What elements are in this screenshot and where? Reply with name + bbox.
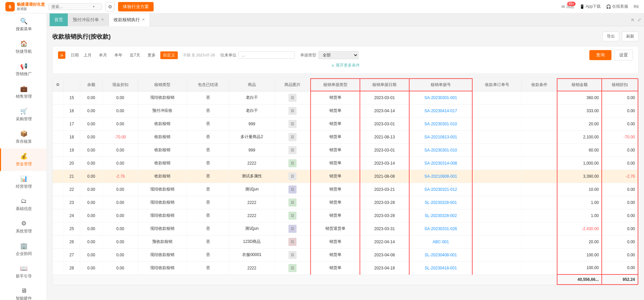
sidebar-item-hardware[interactable]: 🖥 智能硬件 (0, 283, 47, 300)
cell-receipt-no (472, 91, 521, 104)
cell-writeoff-discount: 0.00 (602, 91, 638, 104)
bill-no-link[interactable]: SL-20230328-002 (425, 213, 457, 218)
cell-writeoff-discount: -70.00 (602, 130, 638, 143)
cell-settings (53, 183, 63, 196)
cell-writeoff-discount: 0.00 (602, 235, 638, 248)
collection-tab-close[interactable]: ✕ (142, 17, 145, 22)
bill-no-link[interactable]: SA-20230301-001 (424, 95, 457, 100)
bill-no-link[interactable]: SA-20230414-017 (424, 109, 457, 113)
global-search-input[interactable] (51, 4, 92, 9)
bill-no-link[interactable]: SL-20230408-001 (425, 253, 457, 257)
cell-bill-type: 销货单 (311, 117, 360, 130)
bill-no-link[interactable]: SA-20210813-001 (424, 135, 457, 139)
date-last-month-btn[interactable]: 上月 (81, 51, 94, 59)
cell-writeoff-amount: 10.00 (557, 183, 602, 196)
cell-rownum: 27 (63, 248, 80, 261)
date-7days-btn[interactable]: 近7天 (127, 51, 143, 59)
cell-receipt-no (472, 157, 521, 170)
filter-collapse-button[interactable]: » (58, 51, 65, 59)
bill-no-link[interactable]: SA-20210808-001 (424, 174, 457, 179)
cell-bill-type: 销货单 (311, 104, 360, 117)
cell-balance: 0.00 (80, 104, 103, 117)
cell-product: 999 (229, 117, 275, 130)
bill-no-link[interactable]: SA-20230314-008 (424, 161, 457, 166)
sidebar-item-finance[interactable]: 💰 资金管理 (0, 148, 47, 171)
tab-home[interactable]: 首页 (50, 13, 68, 26)
col-header-writeoff-discount: 核销折扣 (602, 79, 638, 91)
solution-button[interactable]: 体验行业方案 (118, 2, 154, 11)
cell-product: 多计量商品2 (229, 130, 275, 143)
cell-cash-discount: -70.00 (102, 130, 138, 143)
cell-writeoff-amount: 1.00 (557, 209, 602, 222)
gear-button[interactable]: ⚙ (105, 2, 115, 11)
partner-input[interactable] (238, 51, 295, 59)
refresh-button[interactable]: 刷新 (622, 32, 639, 41)
date-this-year-btn[interactable]: 本年 (112, 51, 125, 59)
export-button[interactable]: 导出 (602, 32, 619, 41)
sidebar-item-enterprise[interactable]: 🏢 企业协同 (0, 238, 47, 261)
cell-bill-no: SL-20230408-001 (409, 248, 472, 261)
bill-no-link[interactable]: SL-20230418-001 (425, 266, 457, 270)
cell-cash-discount: -2.76 (102, 170, 138, 183)
sidebar-item-quicknav[interactable]: 🏠 快捷导航 (0, 36, 47, 58)
app-download-area[interactable]: 📱 App下载 (580, 4, 601, 9)
col-header-writeoff-amount: 核销金额 (557, 79, 602, 91)
window-maximize-icon[interactable]: ⤢ (637, 17, 641, 23)
sidebar-item-sales[interactable]: 💼 销售管理 (0, 81, 47, 103)
bill-no-link[interactable]: SA-20230321-012 (424, 187, 457, 192)
sidebar-item-business[interactable]: 📊 经营管理 (0, 171, 47, 194)
hardware-icon: 🖥 (21, 287, 27, 294)
cell-bill-date: 2023-03-01 (360, 143, 409, 157)
cell-balance: 0.00 (80, 117, 103, 130)
cell-writeoff-type: 预收款核销 (138, 235, 187, 248)
sidebar-item-inventory[interactable]: 📦 库存核算 (0, 126, 47, 148)
online-service-area[interactable]: 🎧 在线客服 (606, 4, 628, 9)
cell-writeoff-discount: -2.76 (602, 170, 638, 183)
cell-bill-no: SA-20230301-001 (409, 91, 472, 104)
cell-cash-discount: 0.00 (102, 209, 138, 222)
bill-no-link[interactable]: ABC-001 (433, 240, 449, 244)
cell-settings (53, 130, 63, 143)
sidebar-item-system[interactable]: ⚙ 系统管理 (0, 216, 47, 238)
sidebar-item-marketing[interactable]: 📢 营销推广 (0, 58, 47, 81)
sidebar-item-guide[interactable]: 📖 新手引导 (0, 261, 47, 283)
search-icon: 🔍 (20, 17, 28, 25)
cell-product: 衣服00001 (229, 248, 275, 261)
sidebar-item-label: 销售管理 (16, 94, 32, 99)
query-button[interactable]: 查询 (589, 50, 611, 60)
col-header-settings[interactable]: ⚙ (53, 79, 63, 91)
settings-button[interactable]: 设置 (614, 50, 633, 60)
cell-rownum: 26 (63, 235, 80, 248)
notification-area[interactable]: ✉ 消息 99+ (561, 4, 574, 9)
bill-no-link[interactable]: SA-20230301-010 (424, 148, 457, 153)
col-header-bill-no: 核销单据号 (409, 79, 472, 91)
user-area[interactable]: Rit (634, 4, 639, 9)
sidebar-item-purchase[interactable]: 🛒 采购管理 (0, 103, 47, 126)
cell-settings (53, 104, 63, 117)
prepay-tab-close[interactable]: ✕ (101, 17, 104, 22)
expand-conditions-button[interactable]: ∨ 展开更多条件 (58, 60, 633, 70)
date-custom-btn[interactable]: 自定义 (160, 51, 178, 59)
window-close-icon[interactable]: ✕ (631, 17, 635, 23)
cell-writeoff-type: 收款核销 (138, 170, 187, 183)
global-search-box[interactable]: ▾ (48, 3, 102, 10)
sidebar-item-basic[interactable]: 🗂 基础信息 (0, 194, 47, 216)
cell-include-settled: 否 (187, 183, 229, 196)
cell-bill-type: 销货单 (311, 143, 360, 157)
bill-no-link[interactable]: SL-20230328-001 (425, 200, 457, 205)
date-this-month-btn[interactable]: 本月 (96, 51, 110, 59)
cell-bill-date: 2022-04-14 (360, 235, 409, 248)
date-more-btn[interactable]: 更多 (145, 51, 158, 59)
sidebar-item-label: 快捷导航 (16, 49, 32, 54)
col-header-rownum (63, 79, 80, 91)
sidebar-item-search[interactable]: 🔍 搜索菜单 (0, 13, 47, 36)
cell-writeoff-amount: 2,100.00 (557, 130, 602, 143)
tab-collection[interactable]: 收款核销执行 ✕ (109, 13, 150, 26)
tab-prepay[interactable]: 预付冲应付单 ✕ (68, 13, 109, 26)
bill-type-select[interactable]: 全部 (318, 51, 359, 59)
bill-no-link[interactable]: SA-20230301-010 (424, 122, 457, 126)
table-row: 24 0.00 0.00 现结收款核销 否 2222 🖼 销货单 2023-03… (53, 209, 638, 222)
data-table: ⚙ 余额 现金折扣 核销类型 包含已结清 商品 商品图片 核销单据类型 核销单据… (53, 78, 638, 285)
bill-no-link[interactable]: SA-20230331-026 (424, 226, 457, 231)
cell-rownum: 23 (63, 196, 80, 209)
